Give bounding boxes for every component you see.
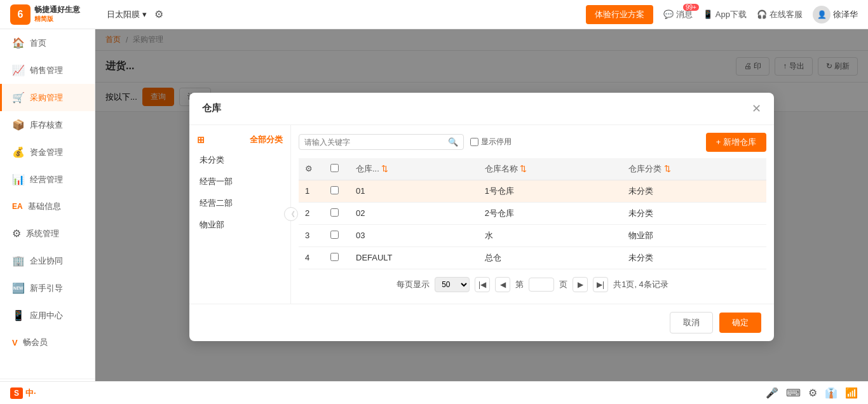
category-item-ops1[interactable]: 经营一部	[189, 171, 290, 192]
warehouse-table: ⚙ 仓库... ⇅	[299, 158, 766, 269]
brand-logo: 6 畅捷通好生意 精简版	[10, 4, 99, 25]
table-container: ⚙ 仓库... ⇅	[299, 158, 766, 269]
guide-icon: 🆕	[12, 282, 25, 294]
dialog-body: ⊞ 全部分类 未分类 经营一部 经营二部 物业部	[189, 125, 774, 304]
sidebar-item-label: 首页	[30, 37, 46, 49]
table-header-row: ⚙ 仓库... ⇅	[299, 158, 766, 180]
sidebar-item-home[interactable]: 🏠 首页	[0, 29, 95, 57]
sidebar-item-ops[interactable]: 📊 经营管理	[0, 166, 95, 193]
select-all-checkbox[interactable]	[330, 164, 339, 172]
keyboard-icon[interactable]: ⌨	[786, 387, 801, 399]
category-item-unclassified[interactable]: 未分类	[189, 149, 290, 171]
store-selector[interactable]: 日太阳膜 ▾	[107, 9, 147, 20]
per-page-select[interactable]: 50 100 200	[435, 277, 470, 292]
bottom-brand-icon: S	[10, 387, 23, 399]
message-badge: 99+	[683, 4, 699, 11]
row-code: 03	[349, 224, 478, 246]
row-name: 1号仓库	[478, 180, 623, 202]
table-body: 1 01 1号仓库 未分类 2 02	[299, 180, 766, 269]
category-item-property[interactable]: 物业部	[189, 214, 290, 236]
prev-page-btn[interactable]: ◀	[495, 277, 510, 292]
sidebar-item-purchase[interactable]: 🛒 采购管理	[0, 84, 95, 111]
row-index: 4	[299, 246, 324, 269]
main-layout: 🏠 首页 📈 销售管理 🛒 采购管理 📦 库存核查 💰 资金管理 📊 经营管理 …	[0, 29, 868, 404]
bottom-brand-text: 中·	[25, 387, 36, 399]
page-word: 第	[515, 279, 524, 290]
sidebar-item-member[interactable]: V 畅会员	[0, 329, 95, 356]
row-code: 01	[349, 180, 478, 202]
finance-icon: 💰	[12, 146, 25, 158]
confirm-button[interactable]: 确定	[719, 313, 761, 333]
bottom-bar: S 中· 🎤 ⌨ ⚙ 👔 📶	[0, 381, 868, 404]
row-index: 2	[299, 202, 324, 224]
sidebar-item-apps[interactable]: 📱 应用中心	[0, 302, 95, 329]
sort-cat-icon: ⇅	[664, 164, 671, 173]
row-checkbox	[324, 246, 349, 269]
dialog-footer: 取消 确定	[189, 304, 774, 341]
sidebar-item-collab[interactable]: 🏢 企业协同	[0, 247, 95, 274]
sidebar-item-basic[interactable]: EA 基础信息	[0, 193, 95, 220]
sidebar-item-guide[interactable]: 🆕 新手引导	[0, 274, 95, 302]
wifi-icon[interactable]: 📶	[845, 387, 858, 399]
online-service-btn[interactable]: 🎧 在线客服	[757, 9, 803, 20]
brand-name: 畅捷通好生意	[34, 5, 80, 14]
cancel-button[interactable]: 取消	[670, 312, 713, 333]
category-title: 全部分类	[250, 134, 283, 145]
chevron-down-icon: ▾	[142, 10, 147, 19]
user-avatar-area[interactable]: 👤 徐泽华	[813, 6, 858, 24]
table-row[interactable]: 4 DEFAULT 总仓 未分类	[299, 246, 766, 269]
add-warehouse-btn[interactable]: + 新增仓库	[706, 133, 766, 152]
th-code: 仓库... ⇅	[349, 158, 478, 180]
row-name: 总仓	[478, 246, 623, 269]
apps-icon: 📱	[12, 309, 25, 321]
th-checkbox	[324, 158, 349, 180]
ops-icon: 📊	[12, 173, 25, 185]
mic-icon[interactable]: 🎤	[766, 387, 778, 399]
sidebar-item-sales[interactable]: 📈 销售管理	[0, 57, 95, 84]
app-download-btn[interactable]: 📱 App下载	[703, 9, 747, 20]
sidebar-item-finance[interactable]: 💰 资金管理	[0, 138, 95, 166]
sidebar-item-inventory[interactable]: 📦 库存核查	[0, 111, 95, 138]
table-row[interactable]: 3 03 水 物业部	[299, 224, 766, 246]
search-icon[interactable]: 🔍	[448, 137, 458, 147]
row-checkbox	[324, 224, 349, 246]
per-page-label: 每页显示	[397, 279, 430, 290]
show-disabled-checkbox[interactable]	[470, 138, 478, 146]
table-row[interactable]: 1 01 1号仓库 未分类	[299, 180, 766, 202]
last-page-btn[interactable]: ▶|	[593, 277, 608, 292]
table-panel: 🔍 显示停用 + 新增仓库	[291, 125, 774, 304]
dialog-header: 仓库 ✕	[189, 93, 774, 125]
sidebar-item-system[interactable]: ⚙ 系统管理	[0, 220, 95, 247]
sidebar-item-label: 企业协同	[30, 255, 63, 267]
dialog-title: 仓库	[202, 102, 221, 114]
category-panel: ⊞ 全部分类 未分类 经营一部 经营二部 物业部	[189, 125, 291, 304]
basic-icon: EA	[12, 202, 23, 211]
collab-icon: 🏢	[12, 255, 25, 267]
row-code: DEFAULT	[349, 246, 478, 269]
page-summary: 共1页, 4条记录	[613, 279, 668, 290]
table-header: ⚙ 仓库... ⇅	[299, 158, 766, 180]
shirt-icon[interactable]: 👔	[825, 387, 837, 399]
row-index: 3	[299, 224, 324, 246]
next-page-btn[interactable]: ▶	[573, 277, 588, 292]
show-disabled-label[interactable]: 显示停用	[470, 137, 512, 147]
first-page-btn[interactable]: |◀	[475, 277, 490, 292]
system-icon: ⚙	[12, 227, 21, 239]
user-name: 徐泽华	[833, 9, 858, 20]
category-collapse-button[interactable]: 《	[284, 207, 298, 221]
gear-bottom-icon[interactable]: ⚙	[808, 387, 817, 399]
table-row[interactable]: 2 02 2号仓库 未分类	[299, 202, 766, 224]
page-input[interactable]: 1	[529, 278, 554, 292]
page-label: 页	[559, 279, 567, 290]
category-item-ops2[interactable]: 经营二部	[189, 192, 290, 214]
messages-btn[interactable]: 💬 消息 99+	[663, 9, 693, 20]
store-name: 日太阳膜	[107, 9, 140, 20]
sort-icon: ⇅	[381, 164, 388, 173]
gear-icon[interactable]: ⚙	[154, 8, 163, 20]
search-input[interactable]	[304, 138, 444, 147]
online-service-label: 在线客服	[770, 9, 803, 20]
sidebar-item-label: 新手引导	[30, 283, 63, 294]
dialog-close-button[interactable]: ✕	[752, 102, 761, 116]
sidebar-item-label: 销售管理	[30, 65, 63, 76]
exp-btn[interactable]: 体验行业方案	[586, 5, 653, 24]
